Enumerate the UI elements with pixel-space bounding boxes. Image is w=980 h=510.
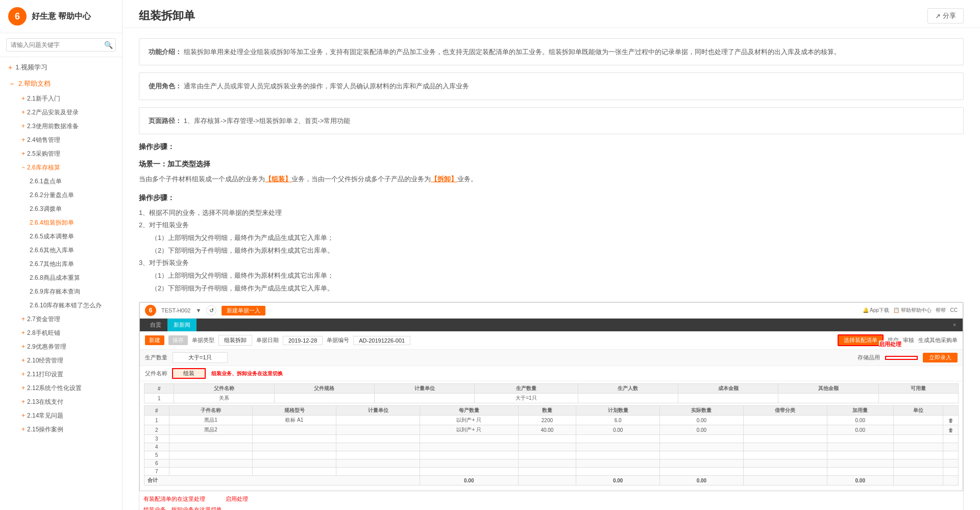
new-doc-btn[interactable]: 新建单据一入 — [222, 306, 265, 315]
btn-save[interactable]: 保存 — [168, 335, 188, 345]
sidebar-item-266[interactable]: 2.6.6其他入库单 — [23, 244, 122, 257]
annotation-area: 有装配清单的在这里处理 启用处理 组装业务、拆卸业务在这里切换 — [139, 491, 963, 510]
col-parent-name: 父件名称 — [174, 384, 274, 394]
scene1-title: 场景一：加工类型选择 — [139, 160, 964, 169]
collapse-icon: − — [8, 80, 15, 88]
step2-sub2: （2）下部明细为子件明细，最终作为原材料生成其它出库单。 — [139, 245, 964, 257]
sidebar-item-22[interactable]: +2.2产品安装及登录 — [15, 106, 122, 119]
col-other: 其他金额 — [778, 384, 878, 394]
btn-approve[interactable]: 审核 — [903, 336, 914, 344]
sidebar-item-label: 2.帮助文档 — [18, 79, 51, 88]
sidebar-item-docs[interactable]: − 2.帮助文档 — [0, 76, 122, 92]
ops-title: 操作步骤： — [139, 142, 964, 152]
sidebar-item-261[interactable]: 2.6.1盘点单 — [23, 175, 122, 188]
path-box: 页面路径： 1、库存核算->库存管理->组装拆卸单 2、首页->常用功能 — [139, 107, 964, 134]
child-row-2: 2 黑品2 以到产+ 只 40.00 0.00 0.00 0.00 — [144, 425, 959, 435]
main-body: 功能介绍： 组装拆卸单用来处理企业组装或拆卸等加工业务，支持有固定装配清单的产品… — [122, 28, 980, 510]
child-row-6: 6 — [144, 459, 959, 468]
btn-generate[interactable]: 生成其他采购单 — [918, 336, 958, 344]
sidebar-item-263[interactable]: 2.6.3调拨单 — [23, 202, 122, 216]
assembly-type-selector[interactable]: 组装 — [172, 368, 206, 379]
logo-icon: 6 — [8, 7, 27, 26]
sidebar-item-21[interactable]: +2.1新手入门 — [15, 92, 122, 106]
ann2-text: 组装业务、拆卸业务在这里切换 — [143, 506, 222, 510]
share-button[interactable]: ↗ 分享 — [927, 8, 964, 23]
sidebar-item-214[interactable]: +2.14常见问题 — [15, 409, 122, 423]
qty-input[interactable]: 大于=1只 — [173, 352, 228, 363]
sidebar-item-268[interactable]: 2.6.8商品成本重算 — [23, 271, 122, 285]
spacer — [140, 488, 963, 491]
path-text: 1、库存核算->库存管理->组装拆卸单 2、首页->常用功能 — [184, 117, 351, 125]
search-input-field[interactable] — [885, 356, 918, 360]
logo-area: 6 好生意 帮助中心 — [0, 0, 122, 33]
sidebar-item-262[interactable]: 2.6.2分量盘点单 — [23, 188, 122, 202]
child-table: # 子件名称 规格型号 计量单位 每产数量 数量 计划数量 实际数量 借带分类 … — [144, 405, 959, 485]
parent-section-label: 父件名称 — [145, 370, 170, 376]
intro-label: 功能介绍： — [149, 48, 182, 56]
parent-table: # 父件名称 父件规格 计量单位 生产数量 生产人数 成本金额 其他金额 可用量 — [144, 383, 959, 403]
sidebar-item-215[interactable]: +2.15操作案例 — [15, 423, 122, 436]
ann1-text: 有装配清单的在这里处理 — [143, 495, 205, 503]
btn-select-bom[interactable]: 选择装配清单 — [838, 334, 884, 346]
child-row-3: 3 — [144, 435, 959, 443]
sidebar-item-27[interactable]: +2.7资金管理 — [15, 312, 122, 326]
sidebar-item-212[interactable]: +2.12系统个性化设置 — [15, 381, 122, 395]
steps-label: 操作步骤： — [139, 193, 964, 203]
search-label: 存储品用 — [857, 354, 880, 361]
tab-active[interactable]: 新新闻 — [167, 319, 197, 331]
expand-icon: + — [8, 63, 12, 71]
col-cost: 成本金额 — [678, 384, 778, 394]
child-row-4: 4 — [144, 443, 959, 451]
sidebar-item-2610[interactable]: 2.6.10库存账本错了怎么办 — [23, 299, 122, 312]
sidebar-item-28[interactable]: +2.8手机旺铺 — [15, 326, 122, 340]
doc-number-value[interactable]: AD-20191226-001 — [353, 336, 410, 345]
child-row-1: 1 黑品1 欧标 A1 以到产+ 只 2200 6.0 0.00 0.00 — [144, 416, 959, 425]
tab-ziguang[interactable]: 自贡 — [144, 319, 167, 331]
sidebar-item-264[interactable]: 2.6.4组装拆卸单 — [23, 216, 122, 230]
sidebar-item-26[interactable]: −2.6库存核算 — [15, 161, 122, 175]
btn-qiyong[interactable]: 立即录入 — [923, 353, 958, 362]
doc-date-value[interactable]: 2019-12-28 — [283, 336, 323, 345]
dropdown-icon: ▼ — [195, 307, 201, 313]
sidebar: 6 好生意 帮助中心 🔍 + 1.视频学习 − 2.帮助文档 +2.1新手入门 … — [0, 0, 122, 510]
doc-date-label: 单据日期 — [256, 336, 279, 344]
sidebar-item-25[interactable]: +2.5采购管理 — [15, 147, 122, 161]
app-tab-nav: 自贡 新新闻 × — [140, 319, 963, 331]
parent-table-row: 1 关系 大于=1只 — [144, 394, 959, 403]
sidebar-item-29[interactable]: +2.9优惠券管理 — [15, 340, 122, 354]
col-qty: 生产数量 — [475, 384, 578, 394]
sidebar-item-label: 1.视频学习 — [15, 63, 47, 72]
app-toolbar: 新建 保存 单据类型 组装拆卸 单据日期 2019-12-28 单据编号 AD-… — [140, 331, 963, 350]
app-topbar: 6 TEST-H002 ▼ ↺ 新建单据一入 🔔 App下载 📋 帮助帮助中心 … — [140, 303, 963, 319]
sidebar-item-24[interactable]: +2.4销售管理 — [15, 133, 122, 147]
search-button[interactable]: 🔍 — [104, 41, 113, 49]
sidebar-item-23[interactable]: +2.3使用前数据准备 — [15, 119, 122, 133]
btn-new[interactable]: 新建 — [145, 335, 164, 345]
role-box: 使用角色： 通常由生产人员或库管人员完成拆装业务的操作，库管人员确认原材料的出库… — [139, 72, 964, 100]
sidebar-item-269[interactable]: 2.6.9库存账本查询 — [23, 285, 122, 299]
ann-switch-label: 组装业务、拆卸业务在这里切换 — [211, 371, 283, 376]
child-row-5: 5 — [144, 451, 959, 459]
role-text: 通常由生产人员或库管人员完成拆装业务的操作，库管人员确认原材料的出库和产成品的入… — [184, 82, 469, 90]
col-parent-spec: 父件规格 — [274, 384, 374, 394]
sidebar-item-211[interactable]: +2.11打印设置 — [15, 368, 122, 381]
sidebar-item-210[interactable]: +2.10经营管理 — [15, 354, 122, 368]
search-input[interactable] — [6, 38, 116, 52]
tab-close[interactable]: × — [950, 320, 959, 330]
sidebar-item-213[interactable]: +2.13在线支付 — [15, 395, 122, 409]
col-avail: 可用量 — [878, 384, 958, 394]
page-header: 组装拆卸单 ↗ 分享 — [122, 0, 980, 28]
step1: 1、根据不同的业务，选择不同单据的类型来处理 — [139, 207, 964, 220]
step2: 2、对于组装业务 — [139, 219, 964, 232]
ann2-row: 组装业务、拆卸业务在这里切换 — [143, 505, 959, 510]
qty-label: 生产数量 — [145, 354, 167, 361]
path-label: 页面路径： — [149, 117, 182, 125]
ann3-text: 启用处理 — [226, 495, 248, 503]
screenshot-box: 6 TEST-H002 ▼ ↺ 新建单据一入 🔔 App下载 📋 帮助帮助中心 … — [139, 302, 964, 510]
middle-toolbar: 生产数量 大于=1只 存储品用 立即录入 启用处理 — [140, 350, 963, 366]
doc-type-value[interactable]: 组装拆卸 — [218, 335, 252, 346]
sidebar-item-video[interactable]: + 1.视频学习 — [0, 59, 122, 76]
intro-text: 组装拆卸单用来处理企业组装或拆卸等加工业务，支持有固定装配清单的产品加工业务，也… — [184, 48, 841, 56]
sidebar-item-267[interactable]: 2.6.7其他出库单 — [23, 257, 122, 271]
sidebar-item-265[interactable]: 2.6.5成本调整单 — [23, 230, 122, 244]
